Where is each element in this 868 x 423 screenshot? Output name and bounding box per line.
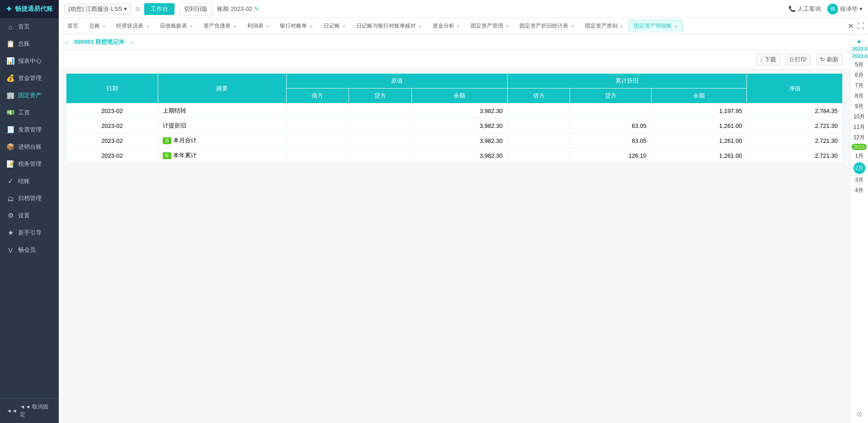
right-panel-month-3[interactable]: 6月	[850, 70, 868, 80]
right-panel-month-2[interactable]: 5月	[850, 60, 868, 70]
tab-银行对账单[interactable]: 银行对账单×	[275, 20, 317, 32]
tab-资金分析[interactable]: 资金分析×	[428, 20, 465, 32]
right-panel-month-6[interactable]: 9月	[850, 101, 868, 112]
cell-acc-debit-2	[507, 133, 570, 148]
print-button[interactable]: ⎙ 打印	[786, 54, 811, 66]
cell-date-3: 2023-02	[66, 148, 158, 163]
right-panel-period-0[interactable]: 2023.02	[850, 45, 868, 52]
row-tag-2: 月	[163, 137, 171, 144]
tab-固定资产折旧统计表[interactable]: 固定资产折旧统计表×	[514, 20, 579, 32]
sidebar-label-13: 畅会员	[18, 246, 36, 254]
sidebar-item-工资[interactable]: 💵工资	[0, 104, 59, 121]
tab-固定资产明细账[interactable]: 固定资产明细账×	[629, 20, 682, 32]
tab-close-8[interactable]: ×	[419, 24, 421, 29]
right-panel-month-5[interactable]: 8月	[850, 91, 868, 101]
sidebar-item-设置[interactable]: ⚙设置	[0, 207, 59, 224]
tab-close-all-icon[interactable]: ✕	[848, 22, 854, 30]
tab-日记账[interactable]: 日记账×	[319, 20, 350, 32]
sidebar-item-进销台账[interactable]: 📦进销台账	[0, 138, 59, 155]
user-avatar: 徐	[827, 4, 838, 14]
right-panel-scroll-up[interactable]: ▲	[856, 36, 863, 45]
tab-close-7[interactable]: ×	[343, 24, 345, 29]
period-edit-icon[interactable]: ✎	[254, 5, 259, 12]
copy-icon[interactable]: ⧉	[136, 5, 140, 13]
topbar-right: 📞 人工客询 徐 徐泽华 ▾	[788, 4, 863, 14]
sidebar-item-发票管理[interactable]: 🧾发票管理	[0, 121, 59, 138]
right-panel-period-1[interactable]: 2023.02	[850, 52, 868, 60]
app-name: 畅捷通易代账	[15, 5, 53, 13]
topbar: (劝您) 江西服业-LSS ▾ ⧉ 工作台 切到旧版 账期 2023-02 ✎ …	[59, 0, 868, 18]
company-name: (劝您) 江西服业-LSS	[68, 5, 122, 13]
tab-close-3[interactable]: ×	[190, 24, 193, 29]
right-panel-settings[interactable]: ⚙	[856, 407, 863, 421]
sidebar-item-结账[interactable]: ✓结账	[0, 173, 59, 190]
sidebar-item-总账[interactable]: 📋总账	[0, 35, 59, 52]
sidebar-icon-9: ✓	[6, 177, 14, 185]
tab-首页[interactable]: 首页	[62, 20, 83, 32]
tab-总账[interactable]: 总账×	[84, 20, 110, 32]
tab-close-11[interactable]: ×	[571, 24, 574, 29]
content-area: ‹ 000001 联想笔记本 › ↓ 下载 ⎙ 打印 ↻ 刷新 日期	[59, 34, 868, 423]
nav-arrow-right[interactable]: ›	[131, 39, 133, 46]
tab-资产负债表[interactable]: 资产负债表×	[198, 20, 241, 32]
right-panel-month-11[interactable]: 1月	[850, 151, 868, 161]
right-panel-month-8[interactable]: 11月	[850, 122, 868, 132]
tab-label-8: 日记账与银行对账单核对	[356, 22, 416, 30]
right-panel-year-badge[interactable]: 2023	[852, 144, 866, 150]
cell-acc-credit-3: 126.10	[570, 148, 651, 163]
cell-orig-credit-0	[349, 103, 412, 118]
tab-close-2[interactable]: ×	[146, 24, 149, 29]
tab-经营状况表[interactable]: 经营状况表×	[111, 20, 154, 32]
tab-label-2: 经营状况表	[116, 22, 143, 30]
download-button[interactable]: ↓ 下载	[756, 54, 780, 66]
user-menu[interactable]: 徐 徐泽华 ▾	[827, 4, 863, 14]
tab-maximize-icon[interactable]: ⛶	[857, 22, 864, 30]
col-header-depreciation: 累计折旧	[507, 74, 747, 89]
tab-label-6: 银行对账单	[280, 22, 307, 30]
company-selector[interactable]: (劝您) 江西服业-LSS ▾	[64, 4, 131, 14]
tab-固定资产类别[interactable]: 固定资产类别×	[580, 20, 628, 32]
right-panel-month-13[interactable]: 3月	[850, 175, 868, 185]
tab-利润表[interactable]: 利润表×	[242, 20, 274, 32]
cell-orig-balance-1: 3,982.30	[412, 118, 508, 133]
sidebar-item-首页[interactable]: ⌂首页	[0, 18, 59, 35]
cell-acc-balance-3: 1,261.00	[651, 148, 747, 163]
tab-close-4[interactable]: ×	[233, 24, 236, 29]
sidebar-item-资金管理[interactable]: 💰资金管理	[0, 70, 59, 87]
right-panel-month-7[interactable]: 10月	[850, 112, 868, 122]
right-panel-month-14[interactable]: 4月	[850, 185, 868, 196]
tab-close-9[interactable]: ×	[457, 24, 460, 29]
sidebar-item-归档管理[interactable]: 🗂归档管理	[0, 190, 59, 207]
switch-button[interactable]: 切到旧版	[179, 3, 212, 15]
col-header-net: 净值	[747, 74, 843, 103]
sidebar-item-固定资产[interactable]: 🏢固定资产	[0, 87, 59, 104]
refresh-button[interactable]: ↻ 刷新	[816, 54, 843, 66]
right-panel-active-month[interactable]: 2月	[854, 162, 865, 174]
cell-net-1: 2,721.30	[747, 118, 843, 133]
right-panel-month-4[interactable]: 7月	[850, 80, 868, 91]
tab-close-1[interactable]: ×	[103, 24, 105, 29]
sidebar-item-畅会员[interactable]: V畅会员	[0, 241, 59, 258]
sidebar-item-新手引导[interactable]: ★新手引导	[0, 224, 59, 241]
tab-close-13[interactable]: ×	[675, 24, 677, 29]
sidebar-item-报表中心[interactable]: 📊报表中心	[0, 52, 59, 70]
sidebar-footer-collapse[interactable]: ◄◄ ◄◄ 取消固定	[0, 398, 59, 423]
sidebar-label-8: 税务管理	[18, 160, 42, 168]
workbench-button[interactable]: 工作台	[144, 3, 175, 15]
cell-acc-credit-2: 63.05	[570, 133, 651, 148]
tab-close-12[interactable]: ×	[620, 24, 623, 29]
breadcrumb-item[interactable]: 000001 联想笔记本	[71, 37, 127, 47]
service-button[interactable]: 📞 人工客询	[788, 5, 821, 13]
tab-close-10[interactable]: ×	[506, 24, 509, 29]
user-dropdown-icon: ▾	[859, 5, 863, 12]
cell-date-0: 2023-02	[66, 103, 158, 118]
tab-close-5[interactable]: ×	[266, 24, 269, 29]
tab-日记账与银行对账单核对[interactable]: 日记账与银行对账单核对×	[351, 20, 426, 32]
tab-close-6[interactable]: ×	[310, 24, 312, 29]
nav-arrow-left[interactable]: ‹	[66, 39, 68, 46]
tab-应收账龄表[interactable]: 应收账龄表×	[155, 20, 198, 32]
tab-label-0: 首页	[67, 22, 78, 30]
right-panel-month-9[interactable]: 12月	[850, 132, 868, 143]
sidebar-item-税务管理[interactable]: 📝税务管理	[0, 155, 59, 173]
tab-固定资产管理[interactable]: 固定资产管理×	[466, 20, 514, 32]
